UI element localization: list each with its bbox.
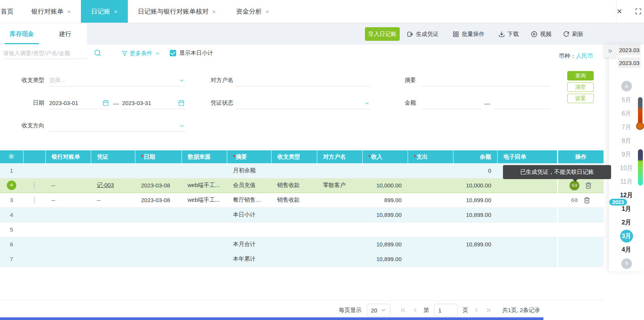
- query-button[interactable]: 查询: [567, 71, 594, 80]
- cell-receipt: [497, 237, 557, 252]
- voucher-status-select[interactable]: [235, 97, 371, 109]
- cell-expense: [408, 178, 453, 193]
- cell-voucher: [91, 222, 135, 237]
- refresh-button[interactable]: 刷新: [563, 23, 583, 45]
- tab-日记账与银行对账单核对[interactable]: 日记账与银行对账单核对×: [128, 0, 226, 23]
- scroll-months-down-button[interactable]: [621, 258, 632, 269]
- row-checkbox[interactable]: [34, 196, 35, 204]
- amount-min-input[interactable]: [421, 97, 481, 109]
- date-to-input[interactable]: [122, 97, 185, 109]
- month-item-2月[interactable]: 2月: [609, 216, 644, 229]
- cell-voucher: --: [91, 193, 135, 207]
- chevron-up-icon: [155, 51, 160, 56]
- batch-operation-button[interactable]: 批量操作: [453, 23, 484, 45]
- row-checkbox-cell: [23, 252, 45, 266]
- cell-bank: --: [45, 193, 91, 207]
- download-button[interactable]: 下载: [498, 23, 519, 45]
- link-voucher-icon[interactable]: [571, 197, 578, 204]
- show-daily-subtotal-checkbox[interactable]: 显示本日小计: [170, 49, 213, 57]
- cell-counterparty: [317, 237, 362, 252]
- clear-button[interactable]: 清空: [567, 82, 594, 92]
- close-icon[interactable]: ×: [617, 7, 622, 16]
- cell-date: [135, 163, 182, 178]
- generate-voucher-button[interactable]: 生成凭证: [407, 23, 439, 45]
- tab-close-icon[interactable]: ×: [114, 9, 118, 14]
- scroll-indicator-orange-bulb: [636, 122, 644, 130]
- cell-receipt: [497, 178, 557, 193]
- cell-voucher: [91, 237, 135, 252]
- tab-资金分析[interactable]: 资金分析×: [226, 0, 279, 23]
- type-select[interactable]: 选择...: [49, 74, 185, 87]
- column-header-source: 数据来源: [182, 150, 227, 163]
- settings-button[interactable]: 设置: [567, 94, 594, 103]
- subtab-库存现金[interactable]: 库存现金: [0, 23, 43, 45]
- prev-page-icon[interactable]: [412, 307, 419, 314]
- month-item-4月[interactable]: 4月: [609, 243, 644, 257]
- delete-icon[interactable]: [583, 197, 590, 204]
- date-from-input[interactable]: [49, 97, 110, 109]
- more-conditions-toggle[interactable]: 更多条件: [122, 50, 160, 57]
- column-header-balance: 余额: [453, 150, 497, 163]
- counterparty-input[interactable]: [235, 74, 371, 87]
- tab-银行对账单[interactable]: 银行对账单×: [21, 0, 81, 23]
- cell-income: 10,899.00: [362, 237, 408, 252]
- cell-bank: [45, 222, 91, 237]
- table-row: 5: [0, 222, 604, 237]
- column-header-summary: *摘要: [227, 150, 271, 163]
- currency-value[interactable]: 人民币: [576, 53, 593, 59]
- import-journal-button[interactable]: 导入日记账: [365, 27, 400, 41]
- cell-ops: [557, 252, 604, 266]
- tab-close-icon[interactable]: ×: [265, 9, 269, 14]
- cell-expense: [408, 222, 453, 237]
- tab-日记账[interactable]: 日记账×: [81, 0, 128, 23]
- tab-label: 资金分析: [236, 7, 262, 16]
- cell-bank: --: [45, 178, 91, 193]
- direction-select[interactable]: [49, 120, 185, 132]
- tab-首页[interactable]: 首页: [0, 0, 21, 23]
- period-box-current[interactable]: 2023.03: [618, 45, 641, 55]
- page-number-input[interactable]: [434, 304, 458, 317]
- cell-bank: [45, 252, 91, 266]
- voucher-link[interactable]: 记-003: [97, 182, 114, 188]
- row-number: 6: [0, 237, 23, 252]
- video-button[interactable]: 视频: [531, 23, 551, 45]
- amount-max-input[interactable]: [493, 97, 550, 109]
- search-icon[interactable]: [94, 49, 101, 57]
- year-badge[interactable]: 2023: [609, 199, 627, 206]
- summary-input[interactable]: [421, 74, 550, 87]
- field-summary: 摘要: [374, 74, 550, 87]
- table-row: 4本日小计10,899.0010,899.00: [0, 207, 604, 222]
- row-checkbox[interactable]: [34, 182, 35, 189]
- tab-close-icon[interactable]: ×: [67, 9, 71, 14]
- scroll-months-up-button[interactable]: [621, 81, 632, 91]
- tab-close-icon[interactable]: ×: [213, 9, 216, 14]
- next-page-icon[interactable]: [473, 307, 480, 314]
- cell-date: 2023-03-08: [135, 178, 182, 193]
- subtab-建行[interactable]: 建行: [43, 23, 87, 45]
- fullscreen-icon[interactable]: [635, 8, 642, 15]
- add-row-button[interactable]: +: [7, 181, 16, 190]
- last-page-icon[interactable]: [485, 307, 492, 314]
- calendar-icon: [102, 100, 109, 106]
- collapse-panel-button[interactable]: [604, 45, 617, 57]
- per-page-select[interactable]: 20: [367, 304, 390, 317]
- first-page-icon[interactable]: [400, 307, 407, 314]
- field-income-expense-type: 收支类型 选择...: [3, 74, 185, 87]
- page-nav: 第 页: [400, 304, 492, 317]
- refresh-icon: [563, 31, 570, 37]
- delete-icon[interactable]: [585, 182, 592, 189]
- select-all-checkbox[interactable]: [23, 150, 45, 163]
- cell-balance: 0: [453, 163, 497, 178]
- chevron-down-icon: [179, 123, 185, 129]
- cell-bank: [45, 207, 91, 222]
- column-settings[interactable]: [0, 150, 23, 163]
- period-box-selected[interactable]: 2023.03: [618, 57, 641, 68]
- search-input[interactable]: [3, 48, 87, 59]
- cell-date: [135, 237, 182, 252]
- cell-receipt: [497, 207, 557, 222]
- month-item-8月[interactable]: 8月: [609, 134, 644, 148]
- row-checkbox-cell: [23, 163, 45, 178]
- cell-source: [182, 237, 227, 252]
- cell-summary: 会员充值: [227, 178, 271, 193]
- month-item-3月[interactable]: 3月: [609, 229, 644, 243]
